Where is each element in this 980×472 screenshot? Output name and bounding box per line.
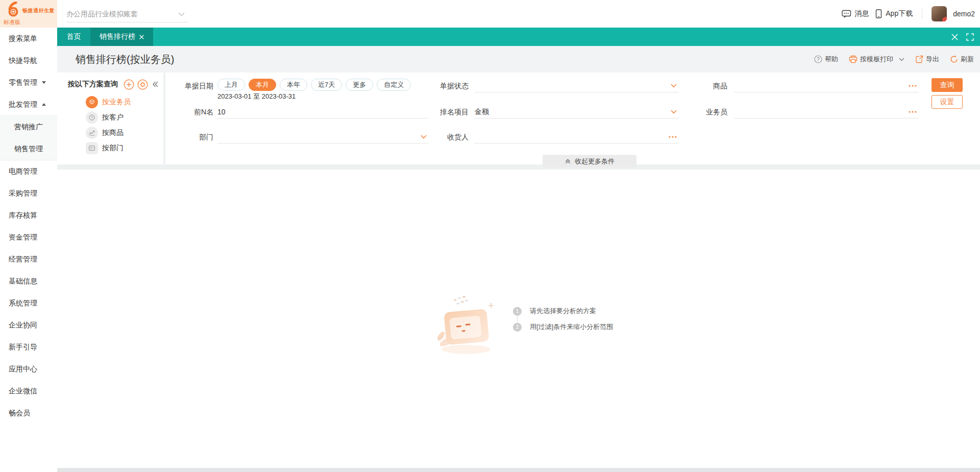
- top-n-input[interactable]: 10: [217, 105, 429, 119]
- sidebar-item-label: 销售管理: [14, 145, 43, 154]
- salesman-label: 业务员: [681, 108, 727, 117]
- titlebar: 销售排行榜(按业务员) ? 帮助 按模板打印: [57, 46, 980, 73]
- sidebar-item-label: 电商管理: [9, 167, 37, 176]
- sidebar-item-beginner-guide[interactable]: 新手引导: [0, 336, 57, 358]
- username[interactable]: demo2: [953, 10, 975, 18]
- tabbar: 首页 销售排行榜: [57, 28, 980, 46]
- sidebar-item-retail-mgmt[interactable]: 零售管理: [0, 72, 57, 93]
- consignee-picker[interactable]: [475, 130, 679, 144]
- query-button[interactable]: 查询: [932, 78, 963, 92]
- tab-label: 销售排行榜: [100, 32, 135, 41]
- tab-home[interactable]: 首页: [57, 28, 90, 46]
- top-n-value: 10: [217, 108, 226, 116]
- query-scheme-header-icons: [124, 79, 159, 90]
- pill-last-7-days[interactable]: 近7天: [311, 79, 342, 91]
- settings-button[interactable]: 设置: [932, 95, 963, 109]
- sidebar: 搜索菜单 快捷导航 零售管理 批发管理 营销推广 销售管理 电商管理 采购管理 …: [0, 28, 57, 472]
- app-download-button[interactable]: App下载: [875, 9, 913, 18]
- account-selector[interactable]: 办公用品行业模拟账套: [66, 6, 188, 22]
- sidebar-item-app-center[interactable]: 应用中心: [0, 358, 57, 380]
- topbar: 畅捷通好生意 标准版 办公用品行业模拟账套 消息: [0, 0, 980, 28]
- scheme-label: 按商品: [102, 128, 124, 137]
- sidebar-item-ecommerce-mgmt[interactable]: 电商管理: [0, 160, 57, 182]
- help-button[interactable]: ? 帮助: [814, 55, 838, 64]
- product-picker[interactable]: [734, 79, 919, 92]
- card-list-icon: [86, 142, 98, 154]
- toolbar: ? 帮助 按模板打印: [814, 55, 974, 64]
- sidebar-item-label: 应用中心: [9, 365, 37, 374]
- help-label: 帮助: [825, 55, 838, 64]
- pill-this-year[interactable]: 本年: [280, 79, 307, 91]
- rank-item-label: 排名项目: [419, 108, 469, 117]
- tab-label: 首页: [67, 32, 81, 41]
- salesman-picker[interactable]: [734, 105, 919, 119]
- sidebar-item-sales-mgmt[interactable]: 销售管理: [0, 138, 57, 160]
- scheme-by-department[interactable]: 按部门: [86, 141, 124, 155]
- topbar-actions: 消息 App下载 demo2: [842, 0, 975, 28]
- step-number-badge: 1: [513, 307, 522, 316]
- messages-button[interactable]: 消息: [842, 9, 869, 18]
- scheme-by-salesman[interactable]: 按业务员: [86, 96, 131, 109]
- sidebar-item-enterprise-collab[interactable]: 企业协同: [0, 314, 57, 336]
- scheme-settings-gear-icon[interactable]: [137, 79, 148, 90]
- horizontal-scrollbar[interactable]: [57, 468, 980, 472]
- doc-status-label: 单据状态: [419, 82, 469, 91]
- brand-edition: 标准版: [4, 18, 20, 26]
- export-button[interactable]: 导出: [915, 55, 939, 64]
- brand-logo[interactable]: 畅捷通好生意 标准版: [0, 0, 57, 28]
- scheme-label: 按业务员: [102, 98, 131, 107]
- department-select[interactable]: [217, 130, 429, 144]
- chevron-down-icon[interactable]: [671, 110, 677, 114]
- ellipsis-icon[interactable]: [909, 111, 917, 113]
- sidebar-item-inventory-accounting[interactable]: 库存核算: [0, 204, 57, 226]
- sidebar-item-chang-member[interactable]: 畅会员: [0, 402, 57, 424]
- fullscreen-icon[interactable]: [966, 33, 974, 41]
- refresh-button[interactable]: 刷新: [950, 55, 974, 64]
- brand-name: 畅捷通好生意: [22, 7, 55, 14]
- pill-last-month[interactable]: 上月: [217, 79, 245, 91]
- sidebar-item-wechat-work[interactable]: 企业微信: [0, 380, 57, 402]
- sidebar-item-wholesale-mgmt[interactable]: 批发管理: [0, 93, 57, 115]
- sidebar-item-label: 新手引导: [9, 343, 37, 352]
- refresh-icon: [950, 55, 958, 63]
- pill-more[interactable]: 更多: [346, 79, 373, 91]
- chevron-down-icon: [899, 58, 904, 61]
- print-by-template-button[interactable]: 按模板打印: [849, 55, 904, 64]
- add-scheme-icon[interactable]: [124, 79, 134, 90]
- main-content: 1 请先选择要分析的方案 2 用[过滤]条件来缩小分析范围: [57, 170, 980, 468]
- sidebar-item-system-mgmt[interactable]: 系统管理: [0, 292, 57, 314]
- sidebar-item-funds-mgmt[interactable]: 资金管理: [0, 226, 57, 248]
- sidebar-item-label: 资金管理: [9, 233, 37, 242]
- sidebar-item-label: 批发管理: [9, 100, 37, 109]
- close-all-icon[interactable]: [951, 34, 958, 40]
- sidebar-item-label: 采购管理: [9, 189, 37, 198]
- sidebar-item-label: 企业微信: [9, 387, 37, 396]
- pill-custom[interactable]: 自定义: [377, 79, 411, 91]
- ellipsis-icon[interactable]: [909, 85, 917, 87]
- sidebar-item-search-menu[interactable]: 搜索菜单: [0, 28, 57, 50]
- sidebar-item-marketing-promo[interactable]: 营销推广: [0, 116, 57, 138]
- avatar[interactable]: [932, 6, 947, 21]
- double-chevron-up-icon: [565, 158, 571, 164]
- collapse-panel-icon[interactable]: [151, 80, 159, 88]
- close-tab-icon[interactable]: [139, 35, 144, 39]
- chevron-down-icon[interactable]: [671, 84, 677, 88]
- sidebar-item-basic-info[interactable]: 基础信息: [0, 270, 57, 292]
- scheme-by-customer[interactable]: 按客户: [86, 111, 124, 124]
- sidebar-item-purchase-mgmt[interactable]: 采购管理: [0, 182, 57, 204]
- doc-status-select[interactable]: [475, 79, 679, 92]
- rank-item-select[interactable]: 金额: [475, 105, 679, 119]
- ellipsis-icon[interactable]: [669, 136, 677, 138]
- pill-this-month[interactable]: 本月: [249, 79, 276, 91]
- printer-icon: [849, 55, 857, 63]
- scheme-by-product[interactable]: 按商品: [86, 126, 124, 139]
- sidebar-item-quick-nav[interactable]: 快捷导航: [0, 50, 57, 72]
- tab-sales-ranking[interactable]: 销售排行榜: [90, 28, 153, 46]
- sidebar-item-label: 快捷导航: [9, 56, 37, 65]
- sidebar-item-operation-mgmt[interactable]: 经营管理: [0, 248, 57, 270]
- refresh-label: 刷新: [961, 55, 974, 64]
- sidebar-item-label: 零售管理: [9, 78, 37, 87]
- collapse-more-conditions[interactable]: 收起更多条件: [543, 155, 636, 168]
- collapse-label: 收起更多条件: [575, 157, 615, 166]
- app-download-label: App下载: [886, 9, 913, 18]
